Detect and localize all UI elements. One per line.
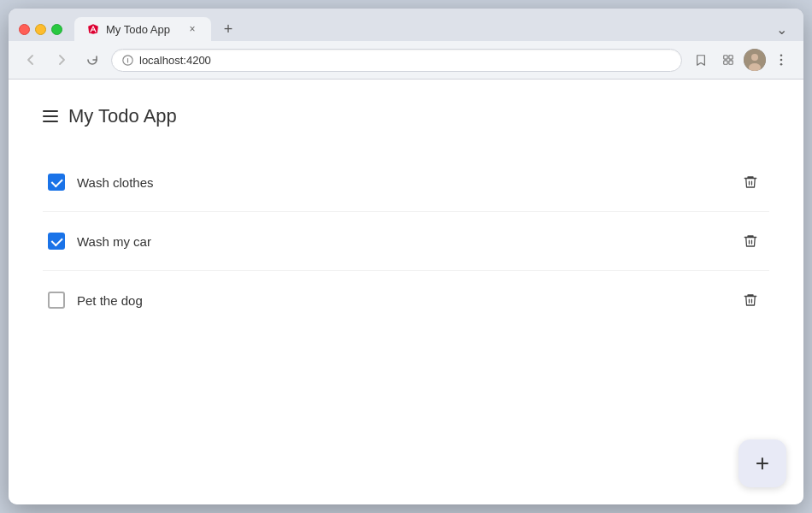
svg-point-9 (780, 59, 783, 62)
page-content: My Todo App Wash clothes Wash my car Pet… (9, 80, 803, 355)
avatar[interactable] (744, 49, 766, 71)
tab-favicon (86, 22, 100, 36)
tab-dropdown-button[interactable]: ⌄ (769, 17, 793, 41)
todo-checkbox[interactable] (48, 292, 65, 309)
nav-actions (689, 48, 793, 72)
add-todo-button[interactable]: + (738, 439, 786, 487)
back-button[interactable] (19, 48, 43, 72)
svg-point-6 (751, 54, 758, 61)
app-header: My Todo App (43, 105, 769, 127)
todo-item: Wash clothes (43, 153, 769, 212)
reload-button[interactable] (80, 48, 104, 72)
close-button[interactable] (19, 24, 30, 35)
more-options-button[interactable] (769, 48, 793, 72)
todo-label: Wash clothes (77, 175, 737, 190)
bookmark-button[interactable] (689, 48, 713, 72)
todo-item: Wash my car (43, 212, 769, 271)
delete-todo-button[interactable] (737, 168, 764, 196)
forward-button[interactable] (50, 48, 74, 72)
nav-bar: localhost:4200 (9, 41, 803, 80)
url-display: localhost:4200 (139, 54, 671, 67)
svg-rect-4 (729, 61, 733, 64)
app-title: My Todo App (68, 105, 177, 127)
tab-title: My Todo App (106, 23, 170, 36)
delete-todo-button[interactable] (737, 227, 764, 255)
info-icon (122, 55, 133, 66)
active-tab[interactable]: My Todo App × (74, 17, 211, 41)
tab-close-button[interactable]: × (185, 22, 199, 36)
address-bar[interactable]: localhost:4200 (111, 49, 682, 72)
todo-list: Wash clothes Wash my car Pet the dog (43, 153, 769, 329)
extensions-button[interactable] (716, 48, 740, 72)
todo-label: Wash my car (77, 234, 737, 249)
page-wrapper: My Todo App Wash clothes Wash my car Pet… (9, 80, 803, 504)
maximize-button[interactable] (51, 24, 62, 35)
new-tab-button[interactable]: + (216, 17, 240, 41)
svg-point-10 (780, 63, 783, 66)
todo-item: Pet the dog (43, 271, 769, 329)
todo-label: Pet the dog (77, 293, 737, 308)
minimize-button[interactable] (35, 24, 46, 35)
svg-rect-3 (724, 61, 727, 64)
svg-point-8 (780, 54, 783, 56)
traffic-lights (19, 24, 62, 35)
svg-rect-2 (729, 56, 733, 59)
delete-todo-button[interactable] (737, 286, 764, 314)
title-bar: My Todo App × + ⌄ (9, 9, 803, 41)
svg-rect-1 (724, 56, 727, 59)
todo-checkbox[interactable] (48, 233, 65, 250)
browser-window: My Todo App × + ⌄ (9, 9, 803, 504)
menu-icon[interactable] (43, 110, 58, 122)
todo-checkbox[interactable] (48, 174, 65, 191)
